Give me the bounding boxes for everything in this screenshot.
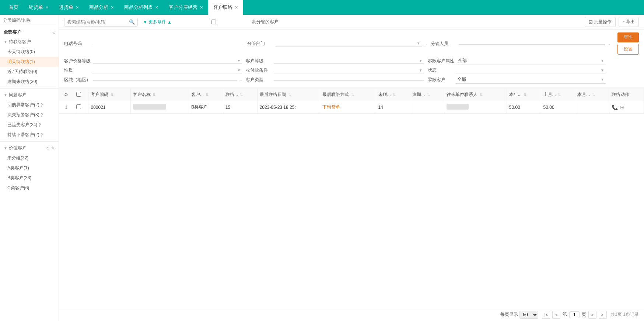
per-page-label: 每页显示 (500, 311, 518, 318)
sidebar-item-overdue[interactable]: 逾期未联络(30) (0, 77, 59, 87)
table-footer: 每页显示 50 100 200 |< < 第 页 > >| 共1页 1条记录 (59, 308, 644, 321)
sidebar-item-ungrouped[interactable]: 未分组(32) (0, 153, 59, 163)
gear-icon[interactable]: ⚙ (64, 92, 68, 97)
settings-button[interactable]: 设置 (617, 44, 639, 55)
th-last-contact-date[interactable]: 最后联络日期 ⇅ (257, 89, 320, 101)
problem-arrow-icon: ▼ (4, 93, 7, 97)
filter-dept: 分管部门 ▼ ... (247, 41, 427, 47)
sidebar-item-week[interactable]: 近7天待联络(0) (0, 67, 59, 77)
select-all-checkbox[interactable] (76, 92, 81, 97)
filter-status: 状态 ▼ (428, 67, 606, 73)
sidebar-item-loss-risk[interactable]: 流失预警客户(3) ? (0, 110, 59, 120)
th-gear[interactable]: ⚙ (59, 89, 74, 101)
th-last-month[interactable]: 上月... ⇅ (541, 89, 575, 101)
cell-overdue (410, 101, 444, 114)
my-customers-checkbox[interactable] (177, 20, 251, 24)
page-input[interactable] (569, 311, 580, 318)
next-page-button[interactable]: > (588, 311, 596, 319)
nav-tab-analysis[interactable]: 商品分析 ✕ (84, 0, 119, 15)
cell-last-contact-method[interactable]: 下销货单 (320, 101, 376, 114)
th-name[interactable]: 客户名称 ⇅ (130, 89, 189, 101)
phone-action-icon[interactable]: 📞 (612, 104, 618, 110)
region-select[interactable] (93, 79, 237, 81)
th-code[interactable]: 客户编码 ⇅ (88, 89, 130, 101)
query-button[interactable]: 查询 (617, 32, 639, 42)
value-edit-icon[interactable]: ✎ (51, 146, 55, 151)
filter-search-input[interactable] (64, 18, 138, 27)
help-icon-1: ? (41, 113, 43, 118)
person-select[interactable] (459, 43, 605, 45)
nav-home[interactable]: 首页 (4, 4, 24, 11)
cell-name (130, 101, 189, 114)
nav-tab-purchase[interactable]: 进货单 ✕ (54, 0, 84, 15)
sidebar-search-input[interactable] (3, 18, 58, 23)
filter-icon: ▼ (143, 20, 147, 25)
th-overdue[interactable]: 逾期... ⇅ (410, 89, 444, 101)
sidebar-item-repurchase-abnormal[interactable]: 回购异常客户(2) ? (0, 100, 59, 110)
th-this-month[interactable]: 本月... ⇅ (575, 89, 609, 101)
retail-customer-select[interactable]: 全部 ▼ (456, 76, 606, 84)
nav-tab-sales[interactable]: 销货单 ✕ (24, 0, 54, 15)
customer-level-select[interactable]: ▼ (274, 58, 424, 64)
checkbox-icon: ☑ (589, 20, 593, 25)
last-page-button[interactable]: >| (599, 311, 607, 319)
sidebar-group-problem[interactable]: ▼ 问题客户 (0, 90, 59, 100)
th-contacts[interactable]: 往来单位联系人 ⇅ (444, 89, 507, 101)
sidebar-group-pending[interactable]: ▼ 待联络客户 (0, 37, 59, 47)
price-level-select[interactable]: ▼ (93, 58, 242, 64)
th-last-contact-method[interactable]: 最后联络方式 ⇅ (320, 89, 376, 101)
footer-nav: |< < 第 页 > >| (542, 311, 607, 319)
close-analysis-tab[interactable]: ✕ (111, 5, 114, 10)
th-this-year[interactable]: 本年... ⇅ (507, 89, 541, 101)
sidebar-group-value[interactable]: ▼ 价值客户 ↻ ✎ (0, 143, 59, 153)
cell-last-contact-date: 2023-05-23 18:25: (257, 101, 320, 114)
more-conditions-button[interactable]: ▼ 更多条件 ▲ (141, 19, 173, 25)
close-sales-tab[interactable]: ✕ (45, 5, 49, 10)
dept-dots[interactable]: ... (423, 41, 427, 46)
value-refresh-icon[interactable]: ↻ (46, 146, 50, 151)
th-not-contacted[interactable]: 未联... ⇅ (376, 89, 410, 101)
sidebar-all-customers[interactable]: 全部客户 « (0, 26, 59, 37)
my-customers-checkbox-label[interactable]: 我分管的客户 (177, 19, 279, 25)
sidebar-item-class-b[interactable]: B类客户(33) (0, 173, 59, 183)
status-select[interactable]: ▼ (456, 68, 606, 73)
region-dots[interactable]: ... (238, 77, 242, 82)
nav-tab-customer-contact[interactable]: 客户联络 ✕ (208, 0, 243, 15)
sidebar-item-tomorrow[interactable]: 明天待联络(1) (0, 57, 59, 67)
sidebar-item-lost[interactable]: 已流失客户(24) ? (0, 120, 59, 130)
customer-level-label: 客户等级 (246, 58, 272, 64)
nav-tab-analysis-list[interactable]: 商品分析列表 ✕ (119, 0, 164, 15)
th-type[interactable]: 客户... ⇅ (189, 89, 223, 101)
dept-select[interactable]: ▼ (275, 41, 421, 46)
sidebar-item-class-c[interactable]: C类客户(6) (0, 183, 59, 193)
retail-attr-select[interactable]: 全部 ▼ (456, 57, 606, 65)
payment-select[interactable]: ▼ (274, 68, 424, 73)
close-analysis-list-tab[interactable]: ✕ (155, 5, 158, 10)
nav-tab-customer-segment[interactable]: 客户分层经营 ✕ (164, 0, 208, 15)
nature-select[interactable]: ▼ (92, 68, 242, 73)
prev-page-button[interactable]: < (552, 311, 560, 319)
sidebar-item-today[interactable]: 今天待联络(0) (0, 47, 59, 57)
grid-action-icon[interactable]: ⊞ (620, 104, 624, 110)
filter-search-icon[interactable]: 🔍 (129, 19, 135, 25)
sidebar-collapse-icon[interactable]: « (52, 30, 55, 35)
customer-type-select[interactable] (274, 79, 424, 81)
close-contact-tab[interactable]: ✕ (235, 5, 238, 10)
person-dots[interactable]: ... (606, 41, 610, 46)
phone-input[interactable] (92, 40, 244, 47)
customer-type-label: 客户类型 (246, 77, 272, 83)
contacts-masked (447, 104, 469, 110)
sidebar-search-wrap: 🔍 (0, 15, 59, 26)
export-button[interactable]: ↑ 导出 (619, 17, 639, 27)
row-checkbox[interactable] (76, 104, 81, 109)
close-purchase-tab[interactable]: ✕ (76, 5, 79, 10)
contact-method-link[interactable]: 下销货单 (322, 104, 340, 110)
filter-buttons: 查询 设置 (617, 32, 639, 55)
first-page-button[interactable]: |< (542, 311, 550, 319)
th-contact-count[interactable]: 联络... ⇅ (223, 89, 257, 101)
per-page-select[interactable]: 50 100 200 (519, 311, 538, 319)
close-segment-tab[interactable]: ✕ (200, 5, 203, 10)
batch-operation-button[interactable]: ☑ 批量操作 (585, 17, 616, 27)
sidebar-item-class-a[interactable]: A类客户(1) (0, 163, 59, 173)
sidebar-item-continuous-down[interactable]: 持续下滑客户(2) ? (0, 130, 59, 140)
